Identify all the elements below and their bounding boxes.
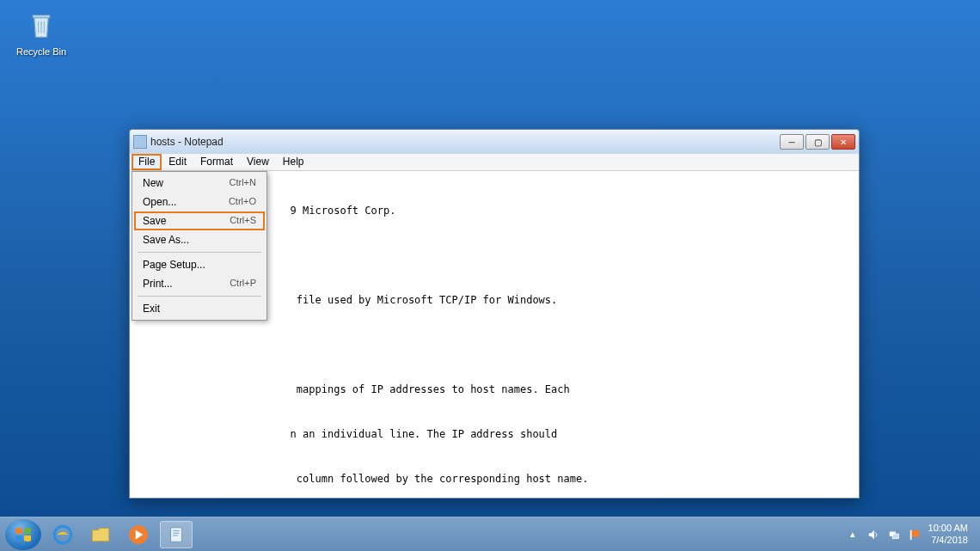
menu-format[interactable]: Format — [193, 154, 240, 170]
recycle-bin[interactable]: Recycle Bin — [15, 9, 67, 57]
dropdown-separator — [138, 296, 261, 297]
windows-logo-icon — [13, 524, 34, 545]
menu-help[interactable]: Help — [276, 154, 311, 170]
close-button[interactable]: ✕ — [831, 134, 855, 150]
notepad-task-icon — [167, 525, 186, 544]
maximize-button[interactable]: ▢ — [805, 134, 830, 150]
taskbar-mediaplayer[interactable] — [122, 521, 155, 548]
svg-rect-7 — [910, 530, 911, 539]
system-clock[interactable]: 10:00 AM 7/4/2018 — [928, 523, 968, 545]
notepad-icon — [133, 135, 147, 149]
notepad-window: hosts - Notepad ─ ▢ ✕ File Edit Format V… — [129, 129, 860, 499]
folder-icon — [89, 523, 112, 546]
window-title: hosts - Notepad — [150, 136, 780, 148]
minimize-button[interactable]: ─ — [780, 134, 804, 150]
taskbar-explorer[interactable] — [84, 521, 117, 548]
file-save[interactable]: Save Ctrl+S — [134, 211, 265, 230]
file-exit[interactable]: Exit — [134, 299, 265, 318]
recycle-bin-icon — [24, 9, 58, 43]
file-print[interactable]: Print... Ctrl+P — [134, 274, 265, 293]
taskbar-notepad[interactable] — [160, 521, 193, 548]
taskbar: ▴ 10:00 AM 7/4/2018 — [0, 517, 980, 551]
menubar: File Edit Format View Help New Ctrl+N Op… — [130, 154, 859, 171]
start-button[interactable] — [5, 519, 41, 550]
file-pagesetup[interactable]: Page Setup... — [134, 255, 265, 274]
clock-time: 10:00 AM — [928, 523, 968, 534]
menu-view[interactable]: View — [240, 154, 276, 170]
menu-edit[interactable]: Edit — [162, 154, 193, 170]
clock-date: 7/4/2018 — [928, 535, 968, 546]
speaker-icon[interactable] — [867, 528, 880, 542]
menu-file[interactable]: File — [132, 154, 162, 170]
file-open[interactable]: Open... Ctrl+O — [134, 193, 265, 211]
recycle-bin-label: Recycle Bin — [15, 46, 67, 57]
file-dropdown: New Ctrl+N Open... Ctrl+O Save Ctrl+S Sa… — [132, 171, 267, 321]
tray-chevron-icon[interactable]: ▴ — [846, 528, 860, 542]
ie-icon — [52, 523, 74, 546]
taskbar-ie[interactable] — [46, 521, 79, 548]
network-icon[interactable] — [887, 528, 901, 542]
media-player-icon — [127, 523, 150, 546]
flag-icon[interactable] — [908, 528, 922, 542]
svg-rect-0 — [33, 15, 50, 18]
titlebar[interactable]: hosts - Notepad ─ ▢ ✕ — [130, 130, 859, 154]
file-saveas[interactable]: Save As... — [134, 230, 265, 249]
svg-rect-5 — [892, 534, 898, 538]
dropdown-separator — [138, 252, 261, 253]
file-new[interactable]: New Ctrl+N — [134, 174, 265, 193]
svg-rect-3 — [171, 527, 182, 542]
